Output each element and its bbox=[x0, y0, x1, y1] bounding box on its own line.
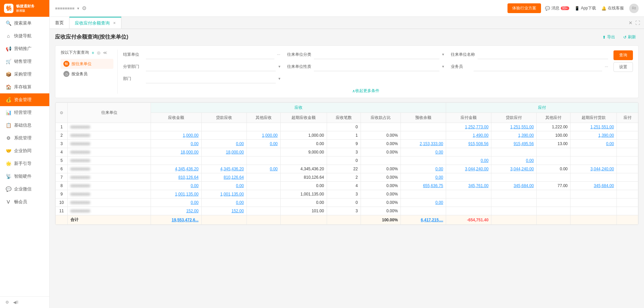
cell-row-num: 2 bbox=[56, 131, 68, 140]
online-service-item[interactable]: 🔔 在线客服 bbox=[601, 5, 624, 11]
footer-ar-amount[interactable]: 19,553,472,6... bbox=[151, 215, 202, 225]
filter-option-by-staff[interactable]: ◷ 按业务员 bbox=[61, 69, 113, 79]
cell-data-0[interactable]: 152.00 bbox=[151, 207, 202, 215]
promo-button[interactable]: 体验行业方案 bbox=[507, 3, 541, 13]
footer-ar-prepay[interactable]: 6,417,215.... bbox=[401, 215, 446, 225]
sidebar-item-finance[interactable]: 💰 资金管理 bbox=[0, 93, 49, 106]
settlement-input[interactable] bbox=[146, 50, 274, 59]
cell-data-2[interactable]: 1,000.00 bbox=[247, 131, 280, 140]
sidebar-item-search-menu[interactable]: 🔍 搜索菜单 bbox=[0, 17, 49, 30]
sidebar-item-hardware[interactable]: 📡 智能硬件 bbox=[0, 170, 49, 183]
cell-data-7[interactable]: 1,252,773.00 bbox=[446, 123, 491, 131]
dept-select[interactable] bbox=[146, 62, 276, 71]
sidebar-item-purchase[interactable]: 📦 采购管理 bbox=[0, 68, 49, 81]
cell-data-8[interactable]: 345,684.00 bbox=[491, 182, 537, 190]
sidebar-item-guide[interactable]: 🌟 新手引导 bbox=[0, 157, 49, 170]
cell-data-1[interactable]: 152.00 bbox=[201, 207, 247, 215]
table-row: 8■■■■■■■■0.000.000.0040.00%655,636.75345… bbox=[56, 182, 638, 190]
cell-data-1[interactable]: 4,345,436.20 bbox=[201, 165, 247, 173]
cell-data-8[interactable]: 1,390.00 bbox=[491, 131, 537, 140]
sidebar-item-system[interactable]: ⚙ 系统管理 bbox=[0, 132, 49, 144]
cell-data-9: 77.00 bbox=[537, 182, 571, 190]
settlement-dots[interactable]: ··· bbox=[277, 52, 280, 57]
cell-data-10[interactable]: 0.00 bbox=[571, 140, 617, 148]
settings-button[interactable]: 设置 bbox=[613, 62, 633, 72]
messages-item[interactable]: 💬 消息 99+ bbox=[545, 5, 569, 11]
app-download-item[interactable]: 📱 App下载 bbox=[575, 5, 596, 11]
cell-data-0[interactable]: 0.00 bbox=[151, 140, 202, 148]
tab-home[interactable]: 首页 bbox=[50, 17, 69, 29]
cell-data-2[interactable]: 0.00 bbox=[247, 140, 280, 148]
window-close-btn[interactable]: ✕ bbox=[629, 20, 633, 26]
cell-data-1[interactable]: 810,126.64 bbox=[201, 173, 247, 182]
cell-data-8[interactable]: 3,044,240.00 bbox=[491, 165, 537, 173]
cell-data-8 bbox=[491, 148, 537, 157]
cell-data-10[interactable]: 3,044,240.00 bbox=[571, 165, 617, 173]
th-settings[interactable]: ⚙ bbox=[56, 103, 68, 123]
refresh-button[interactable]: ↺ 刷新 bbox=[621, 33, 639, 41]
cell-row-num: 5 bbox=[56, 157, 68, 165]
unit-category-select[interactable] bbox=[314, 50, 440, 59]
filter-add-btn[interactable]: + bbox=[92, 50, 94, 55]
cell-data-8[interactable]: 915,495.56 bbox=[491, 140, 537, 148]
salesperson-dots[interactable]: ··· bbox=[605, 64, 608, 69]
cell-data-7[interactable]: 345,761.00 bbox=[446, 182, 491, 190]
window-maximize-btn[interactable]: ⛶ bbox=[635, 20, 640, 26]
sidebar-item-basic[interactable]: 📋 基础信息 bbox=[0, 119, 49, 132]
cell-data-6[interactable]: 655,636.75 bbox=[401, 182, 446, 190]
cell-data-6[interactable]: 2,153,333.00 bbox=[401, 140, 446, 148]
sidebar-settings-btn[interactable]: ⚙ bbox=[5, 300, 9, 305]
cell-data-0[interactable]: 1,001,135.00 bbox=[151, 190, 202, 199]
user-avatar[interactable]: Rit bbox=[629, 4, 639, 13]
cell-data-8[interactable]: 1,251,551.00 bbox=[491, 123, 537, 131]
sidebar-item-inventory[interactable]: 🏠 库存核算 bbox=[0, 81, 49, 93]
unit-name-input[interactable] bbox=[478, 50, 608, 59]
cell-data-1[interactable]: 18,000.00 bbox=[201, 148, 247, 157]
cell-data-0[interactable]: 1,000.00 bbox=[151, 131, 202, 140]
cell-data-1[interactable]: 0.00 bbox=[201, 182, 247, 190]
sidebar-item-wechat[interactable]: 💬 企业微信 bbox=[0, 183, 49, 195]
cell-data-0[interactable]: 810,126.64 bbox=[151, 173, 202, 182]
export-button[interactable]: ⬆ 导出 bbox=[600, 33, 618, 41]
cell-data-6[interactable]: 0.00 bbox=[401, 173, 446, 182]
cell-data-1[interactable]: 0.00 bbox=[201, 140, 247, 148]
header-gear-icon[interactable]: ⚙ bbox=[82, 5, 87, 11]
sidebar-item-vip[interactable]: Ⅴ 畅会员 bbox=[0, 195, 49, 208]
sidebar-item-quick-nav[interactable]: ⌂ 快捷导航 bbox=[0, 30, 49, 42]
department-select[interactable] bbox=[146, 74, 276, 83]
cell-data-1[interactable]: 0.00 bbox=[201, 199, 247, 207]
sidebar-item-operation[interactable]: 📊 经营管理 bbox=[0, 106, 49, 119]
cell-data-6[interactable]: 0.00 bbox=[401, 199, 446, 207]
cell-data-10[interactable]: 1,390.00 bbox=[571, 131, 617, 140]
filter-option-by-unit[interactable]: 畅 按往来单位 bbox=[61, 59, 113, 69]
cell-data-10[interactable]: 345,684.00 bbox=[571, 182, 617, 190]
cell-data-0[interactable]: 0.00 bbox=[151, 182, 202, 190]
cell-data-0[interactable]: 18,000.00 bbox=[151, 148, 202, 157]
cell-data-8[interactable]: 0.00 bbox=[491, 157, 537, 165]
sidebar-item-sales[interactable]: 🛒 销售管理 bbox=[0, 55, 49, 68]
collapse-more-btn[interactable]: ∧ 收起更多条件 bbox=[123, 88, 608, 94]
filter-expand-btn[interactable]: ≪ bbox=[103, 50, 107, 55]
sidebar-collapse-btn[interactable]: ◀II bbox=[13, 300, 18, 305]
tab-close-icon[interactable]: ✕ bbox=[113, 21, 116, 25]
query-button[interactable]: 查询 bbox=[613, 50, 633, 60]
cell-data-2[interactable]: 0.00 bbox=[247, 165, 280, 173]
cell-data-7[interactable]: 3,044,240.00 bbox=[446, 165, 491, 173]
cell-data-1[interactable]: 1,001,135.00 bbox=[201, 190, 247, 199]
sidebar-item-marketing[interactable]: 📢 营销推广 bbox=[0, 42, 49, 55]
filter-target-btn[interactable]: ◎ bbox=[97, 50, 100, 55]
cell-data-0[interactable]: 4,345,436.20 bbox=[151, 165, 202, 173]
table-settings-icon[interactable]: ⚙ bbox=[60, 111, 63, 115]
sidebar-item-cooperation[interactable]: 🤝 企业协同 bbox=[0, 144, 49, 157]
cell-data-7[interactable]: 0.00 bbox=[446, 157, 491, 165]
cell-data-6[interactable]: 0.00 bbox=[401, 148, 446, 157]
tab-ar-ap[interactable]: 应收应付余额查询 ✕ bbox=[69, 17, 121, 29]
cell-data-7[interactable]: 915,508.56 bbox=[446, 140, 491, 148]
cell-data-0[interactable]: 0.00 bbox=[151, 199, 202, 207]
salesperson-input[interactable] bbox=[474, 62, 602, 71]
cell-data-6[interactable]: 0.00 bbox=[401, 165, 446, 173]
unit-nature-select[interactable] bbox=[314, 62, 440, 71]
cell-data-10[interactable]: 1,251,551.00 bbox=[571, 123, 617, 131]
cell-data-7 bbox=[446, 190, 491, 199]
cell-data-7[interactable]: 1,490.00 bbox=[446, 131, 491, 140]
